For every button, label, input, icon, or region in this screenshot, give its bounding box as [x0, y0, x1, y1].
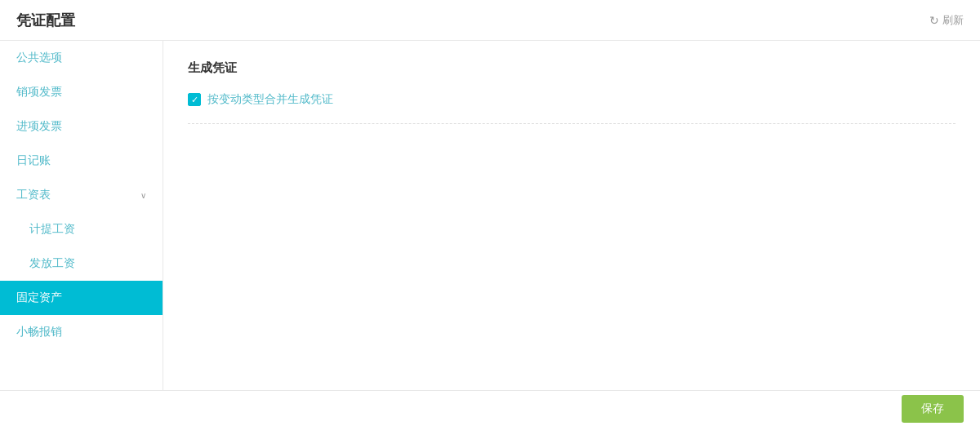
divider — [188, 123, 956, 124]
sidebar: 公共选项销项发票进项发票日记账工资表∨计提工资发放工资固定资产小畅报销 — [0, 41, 163, 390]
sidebar-item-payroll-table[interactable]: 工资表∨ — [0, 178, 163, 212]
main-content: 生成凭证 按变动类型合并生成凭证 — [163, 41, 980, 390]
checkbox-row: 按变动类型合并生成凭证 — [188, 92, 956, 107]
main-layout: 公共选项销项发票进项发票日记账工资表∨计提工资发放工资固定资产小畅报销 生成凭证… — [0, 41, 980, 390]
merge-checkbox-label[interactable]: 按变动类型合并生成凭证 — [207, 92, 333, 107]
save-button[interactable]: 保存 — [902, 395, 964, 423]
sidebar-item-fixed-assets[interactable]: 固定资产 — [0, 281, 163, 315]
sidebar-item-commission-salary[interactable]: 计提工资 — [0, 212, 163, 246]
sidebar-item-label: 销项发票 — [16, 85, 62, 100]
chevron-down-icon: ∨ — [140, 191, 146, 200]
refresh-label: 刷新 — [942, 13, 964, 28]
refresh-button[interactable]: ↻ 刷新 — [929, 13, 964, 28]
sidebar-item-pay-salary[interactable]: 发放工资 — [0, 246, 163, 281]
sidebar-item-public-options[interactable]: 公共选项 — [0, 41, 163, 75]
page-title: 凭证配置 — [16, 11, 75, 30]
sidebar-item-label: 小畅报销 — [16, 325, 62, 339]
sidebar-item-label: 日记账 — [16, 153, 51, 168]
sidebar-item-expense-reimbursement[interactable]: 小畅报销 — [0, 315, 163, 349]
header: 凭证配置 ↻ 刷新 — [0, 0, 980, 41]
footer: 保存 — [0, 390, 980, 426]
section-title: 生成凭证 — [188, 60, 956, 76]
sidebar-item-label: 发放工资 — [29, 256, 75, 271]
sidebar-item-purchase-invoice[interactable]: 进项发票 — [0, 109, 163, 144]
refresh-icon: ↻ — [929, 14, 939, 27]
sidebar-item-label: 固定资产 — [16, 291, 62, 305]
sidebar-item-journal[interactable]: 日记账 — [0, 144, 163, 178]
sidebar-item-label: 计提工资 — [29, 222, 75, 237]
sidebar-item-label: 公共选项 — [16, 51, 62, 65]
sidebar-item-label: 进项发票 — [16, 119, 62, 134]
sidebar-item-label: 工资表 — [16, 188, 51, 202]
sidebar-item-sales-invoice[interactable]: 销项发票 — [0, 75, 163, 109]
merge-checkbox[interactable] — [188, 93, 201, 106]
